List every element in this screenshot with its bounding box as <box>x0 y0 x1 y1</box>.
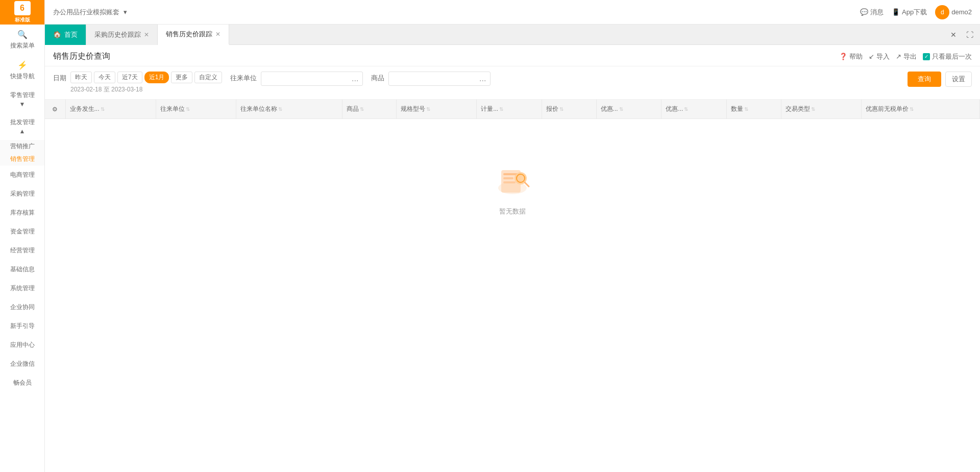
tab-sales-history[interactable]: 销售历史价跟踪 ✕ <box>158 25 229 45</box>
import-button[interactable]: ↙ 导入 <box>869 52 890 61</box>
settings-button[interactable]: 设置 <box>945 72 972 87</box>
partner-input[interactable]: ... <box>261 72 363 86</box>
app-logo: 6 标准版 <box>0 0 44 25</box>
sidebar-item-member[interactable]: 畅会员 <box>0 373 44 392</box>
th-gear: ⚙ <box>45 100 65 119</box>
filter-bar: 日期 昨天 今天 近7天 近1月 更多 自定义 2023-02-18 至 202… <box>45 66 980 100</box>
gear-icon[interactable]: ⚙ <box>52 106 58 113</box>
tab-home[interactable]: 🏠 首页 <box>45 25 86 45</box>
partner-filter-label: 往来单位 <box>230 72 257 83</box>
close-sales-tab[interactable]: ✕ <box>215 31 220 38</box>
date-btn-yesterday[interactable]: 昨天 <box>70 72 92 83</box>
tab-purchase-label: 采购历史价跟踪 <box>94 30 141 39</box>
export-button[interactable]: ↗ 导出 <box>896 52 917 61</box>
help-label: 帮助 <box>849 52 863 61</box>
tabbar: 🏠 首页 采购历史价跟踪 ✕ 销售历史价跟踪 ✕ ✕ ⛶ <box>45 25 980 45</box>
sidebar-item-enterprise[interactable]: 企业协同 <box>0 298 44 317</box>
query-button[interactable]: 查询 <box>908 72 941 87</box>
sidebar-item-finance[interactable]: 资金管理 <box>0 222 44 241</box>
help-button[interactable]: ❓ 帮助 <box>839 52 863 61</box>
download-icon: 📱 <box>892 8 900 16</box>
sidebar-item-inventory[interactable]: 库存核算 <box>0 203 44 222</box>
empty-state: 暂无数据 <box>45 119 980 257</box>
sidebar-item-sales[interactable]: 销售管理 <box>0 153 44 166</box>
th-qty[interactable]: 数量 ⇅ <box>726 100 781 119</box>
partner-filter-group: 往来单位 ... <box>230 72 363 86</box>
sort-icon-tax-price: ⇅ <box>910 106 914 112</box>
sidebar-item-system[interactable]: 系统管理 <box>0 279 44 298</box>
sidebar-item-appstore[interactable]: 应用中心 <box>0 336 44 355</box>
empty-icon <box>492 160 533 201</box>
sidebar-item-retail[interactable]: 零售管理 ▼ <box>0 86 44 113</box>
date-btn-custom[interactable]: 自定义 <box>194 72 222 83</box>
app-version: 标准版 <box>15 16 30 23</box>
th-tax-price[interactable]: 优惠前无税单价 ⇅ <box>861 100 979 119</box>
th-partner-name[interactable]: 往来单位名称 ⇅ <box>236 100 342 119</box>
topbar: 办公用品行业模拟账套 ▾ 💬 消息 📱 App下载 d demo2 <box>45 0 980 25</box>
sidebar-label-operations: 经营管理 <box>10 246 35 255</box>
sort-icon-biz-date: ⇅ <box>101 106 105 112</box>
help-icon: ❓ <box>839 53 847 60</box>
sidebar-item-search[interactable]: 🔍 搜索菜单 <box>0 25 44 55</box>
main-area: 办公用品行业模拟账套 ▾ 💬 消息 📱 App下载 d demo2 <box>45 0 980 472</box>
only-last-label: 只看最后一次 <box>932 52 972 61</box>
sidebar-label-retail: 零售管理 <box>10 91 35 100</box>
table-header-row: ⚙ 业务发生... ⇅ 往来单位 ⇅ <box>45 100 980 119</box>
sidebar-item-marketing[interactable]: 营销推广 <box>0 140 44 153</box>
chevron-down-icon: ▾ <box>124 8 127 16</box>
sidebar-item-operations[interactable]: 经营管理 <box>0 241 44 260</box>
sidebar-item-basic[interactable]: 基础信息 <box>0 260 44 279</box>
sidebar-item-guide[interactable]: 新手引导 <box>0 317 44 336</box>
sidebar-label-enterprise: 企业协同 <box>10 303 35 312</box>
sidebar-item-wechat[interactable]: 企业微信 <box>0 355 44 373</box>
data-table: ⚙ 业务发生... ⇅ 往来单位 ⇅ <box>45 100 980 119</box>
sidebar-label-sales: 销售管理 <box>10 155 35 162</box>
only-last-checkbox[interactable]: 只看最后一次 <box>923 52 972 61</box>
sidebar-item-wholesale[interactable]: 批发管理 ▲ <box>0 113 44 140</box>
date-btn-7days[interactable]: 近7天 <box>117 72 142 83</box>
app-download-label: App下载 <box>902 8 927 17</box>
topbar-right: 💬 消息 📱 App下载 d demo2 <box>860 5 972 19</box>
th-product[interactable]: 商品 ⇅ <box>342 100 397 119</box>
message-button[interactable]: 💬 消息 <box>860 8 884 17</box>
retail-arrow-icon: ▼ <box>19 101 26 108</box>
sidebar-label-basic: 基础信息 <box>10 265 35 274</box>
shortcuts-icon: ⚡ <box>17 60 28 70</box>
empty-text: 暂无数据 <box>499 207 526 216</box>
date-btn-row: 昨天 今天 近7天 近1月 更多 自定义 <box>70 72 222 83</box>
th-biz-date[interactable]: 业务发生... ⇅ <box>65 100 156 119</box>
maximize-button[interactable]: ⛶ <box>964 29 976 41</box>
date-btn-1month[interactable]: 近1月 <box>144 72 169 83</box>
th-spec[interactable]: 规格型号 ⇅ <box>397 100 477 119</box>
topbar-title: 办公用品行业模拟账套 <box>53 8 119 17</box>
sidebar: 6 标准版 🔍 搜索菜单 ⚡ 快捷导航 零售管理 ▼ 批发管理 ▲ 营销推广 销… <box>0 0 45 472</box>
topbar-dropdown[interactable]: ▾ <box>124 8 127 16</box>
svg-rect-3 <box>503 177 513 179</box>
app-download-button[interactable]: 📱 App下载 <box>892 8 927 17</box>
close-purchase-tab[interactable]: ✕ <box>144 31 149 38</box>
date-buttons: 昨天 今天 近7天 近1月 更多 自定义 2023-02-18 至 2023-0… <box>70 72 222 94</box>
svg-rect-4 <box>503 181 516 183</box>
date-btn-today[interactable]: 今天 <box>94 72 115 83</box>
th-discount1[interactable]: 优惠... ⇅ <box>596 100 662 119</box>
th-unit[interactable]: 计量... ⇅ <box>477 100 542 119</box>
tab-purchase-history[interactable]: 采购历史价跟踪 ✕ <box>86 25 158 45</box>
filter-actions: 查询 设置 <box>908 72 972 87</box>
sidebar-item-ecommerce[interactable]: 电商管理 <box>0 166 44 184</box>
sort-icon-discount2: ⇅ <box>684 106 688 112</box>
sort-icon-partner-code: ⇅ <box>186 106 190 112</box>
user-menu[interactable]: d demo2 <box>935 5 972 19</box>
import-icon: ↙ <box>869 53 874 60</box>
sidebar-item-purchase[interactable]: 采购管理 <box>0 184 44 203</box>
th-trade-type[interactable]: 交易类型 ⇅ <box>781 100 861 119</box>
date-btn-more[interactable]: 更多 <box>171 72 192 83</box>
product-input[interactable]: ... <box>388 72 491 86</box>
wholesale-arrow-icon: ▲ <box>19 128 26 135</box>
th-quote[interactable]: 报价 ⇅ <box>542 100 596 119</box>
close-all-tabs-button[interactable]: ✕ <box>947 29 960 41</box>
sort-icon-qty: ⇅ <box>744 106 748 112</box>
th-discount2[interactable]: 优惠... ⇅ <box>662 100 727 119</box>
th-partner-code[interactable]: 往来单位 ⇅ <box>156 100 236 119</box>
sidebar-item-shortcuts[interactable]: ⚡ 快捷导航 <box>0 55 44 86</box>
sidebar-label-purchase: 采购管理 <box>10 190 35 198</box>
